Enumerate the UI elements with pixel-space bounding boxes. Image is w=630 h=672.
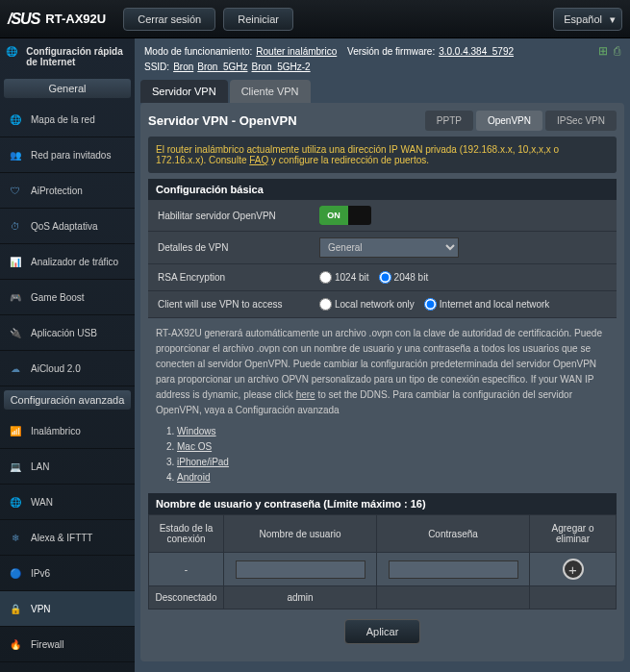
description: RT-AX92U generará automáticamente un arc…	[148, 318, 617, 493]
access-label: Client will use VPN to access	[148, 291, 312, 317]
info-bar: Modo de funcionamiento: Router inalámbri…	[140, 42, 624, 60]
chart-icon: 📊	[6, 252, 25, 271]
cloud-icon: ☁	[6, 359, 25, 378]
row1-action	[530, 586, 617, 610]
main-content: Modo de funcionamiento: Router inalámbri…	[135, 38, 630, 672]
th-action: Agregar o eliminar	[530, 515, 617, 553]
ssid-2[interactable]: Bron_5GHz	[197, 62, 247, 72]
row-vpn-details: Detalles de VPN General	[148, 232, 617, 264]
nav-wireless[interactable]: 📶Inalámbrico	[0, 413, 135, 449]
os-link-windows[interactable]: Windows	[177, 424, 609, 439]
enable-openvpn-toggle[interactable]: ON	[319, 206, 371, 225]
th-user: Nombre de usuario	[224, 515, 377, 553]
brand-logo: /SUS	[8, 11, 39, 28]
aimesh-status-icon[interactable]: ⊞	[598, 44, 608, 58]
row-access: Client will use VPN to access Local netw…	[148, 291, 617, 318]
nav-game-boost[interactable]: 🎮Game Boost	[0, 280, 135, 315]
row-rsa: RSA Encryption 1024 bit 2048 bit	[148, 264, 617, 291]
mode-label: Modo de funcionamiento:	[144, 46, 252, 57]
map-icon: 🌐	[6, 110, 25, 129]
nav-guest-network[interactable]: 👥Red para invitados	[0, 137, 135, 173]
ssid-bar: SSID: Bron Bron_5GHz Bron_5GHz-2	[140, 60, 624, 74]
usb-status-icon[interactable]: ⎙	[614, 44, 620, 58]
model-name: RT-AX92U	[45, 12, 106, 26]
rsa-label: RSA Encryption	[148, 264, 312, 290]
nav-admin[interactable]: ⚙Administración	[0, 662, 135, 672]
panel-title: Servidor VPN - OpenVPN	[148, 113, 297, 128]
proto-openvpn[interactable]: OpenVPN	[476, 111, 542, 131]
wan-ip-notice: El router inalámbrico actualmente utiliz…	[148, 137, 617, 173]
top-bar: /SUS RT-AX92U Cerrar sesión Reiniciar Es…	[0, 0, 630, 38]
table-row: Desconectado admin	[149, 586, 617, 610]
fw-link[interactable]: 3.0.0.4.384_5792	[439, 46, 514, 57]
proto-pptp[interactable]: PPTP	[425, 111, 473, 131]
apply-button[interactable]: Aplicar	[344, 619, 421, 644]
nav-lan[interactable]: 💻LAN	[0, 449, 135, 485]
firewall-icon: 🔥	[6, 635, 25, 654]
rsa-1024-radio[interactable]: 1024 bit	[319, 271, 369, 284]
nav-aicloud[interactable]: ☁AiCloud 2.0	[0, 351, 135, 386]
faq-link[interactable]: FAQ	[249, 155, 268, 165]
vpn-tabs: Servidor VPN Cliente VPN	[140, 80, 624, 103]
vpn-details-select[interactable]: General	[319, 237, 459, 258]
enable-openvpn-label: Habilitar servidor OpenVPN	[148, 203, 312, 229]
qis-button[interactable]: 🌐 Configuración rápida de Internet	[0, 38, 135, 75]
nav-traffic-analyzer[interactable]: 📊Analizador de tráfico	[0, 244, 135, 280]
os-link-iphone[interactable]: iPhone/iPad	[177, 455, 609, 470]
tab-vpn-client[interactable]: Cliente VPN	[230, 80, 311, 103]
input-row-state: -	[149, 553, 224, 586]
nav-aiprotection[interactable]: 🛡AiProtection	[0, 173, 135, 209]
row1-state: Desconectado	[149, 586, 224, 610]
protocol-tabs: PPTP OpenVPN IPSec VPN	[422, 111, 617, 131]
os-link-android[interactable]: Android	[177, 470, 609, 485]
ssid-label: SSID:	[144, 62, 169, 72]
gauge-icon: ⏱	[6, 216, 25, 236]
rsa-2048-radio[interactable]: 2048 bit	[379, 271, 429, 284]
vpn-icon: 🔒	[6, 599, 25, 618]
row-enable-openvpn: Habilitar servidor OpenVPN ON	[148, 200, 617, 232]
add-user-button[interactable]: +	[563, 559, 584, 580]
password-input[interactable]	[389, 560, 518, 579]
logout-button[interactable]: Cerrar sesión	[123, 8, 215, 31]
mode-link[interactable]: Router inalámbrico	[256, 46, 337, 57]
qis-label: Configuración rápida de Internet	[26, 46, 129, 67]
ssid-3[interactable]: Bron_5GHz-2	[252, 62, 311, 72]
nav-ipv6[interactable]: 🔵IPv6	[0, 556, 135, 591]
os-link-macos[interactable]: Mac OS	[177, 439, 609, 455]
reboot-button[interactable]: Reiniciar	[223, 8, 293, 31]
nav-alexa-ifttt[interactable]: ❄Alexa & IFTTT	[0, 520, 135, 556]
nav-vpn[interactable]: 🔒VPN	[0, 591, 135, 627]
gamepad-icon: 🎮	[6, 287, 25, 307]
nav-usb-app[interactable]: 🔌Aplicación USB	[0, 315, 135, 351]
lan-icon: 💻	[6, 457, 25, 476]
usb-icon: 🔌	[6, 323, 25, 342]
section-general: General	[4, 79, 131, 98]
wifi-icon: 📶	[6, 421, 25, 440]
ipv6-icon: 🔵	[6, 563, 25, 583]
users-table-title: Nombre de usuario y contraseña (Límite m…	[148, 493, 617, 514]
table-row-input: - +	[149, 553, 617, 586]
shield-icon: 🛡	[6, 181, 25, 200]
nav-firewall[interactable]: 🔥Firewall	[0, 627, 135, 662]
guest-icon: 👥	[6, 145, 25, 164]
alexa-icon: ❄	[6, 528, 25, 547]
language-select[interactable]: Español	[553, 8, 622, 31]
nav-adaptive-qos[interactable]: ⏱QoS Adaptativa	[0, 209, 135, 244]
th-pass: Contraseña	[377, 515, 530, 553]
section-advanced: Configuración avanzada	[4, 390, 131, 410]
proto-ipsec[interactable]: IPSec VPN	[545, 111, 617, 131]
fw-label: Versión de firmware:	[347, 46, 435, 57]
access-local-radio[interactable]: Local network only	[319, 298, 415, 311]
ddns-here-link[interactable]: here	[296, 389, 315, 400]
users-table: Estado de la conexión Nombre de usuario …	[148, 514, 617, 610]
access-both-radio[interactable]: Internet and local network	[424, 298, 550, 311]
nav-wan[interactable]: 🌐WAN	[0, 485, 135, 520]
th-state: Estado de la conexión	[149, 515, 224, 553]
username-input[interactable]	[236, 560, 365, 579]
tab-vpn-server[interactable]: Servidor VPN	[140, 80, 228, 103]
basic-config-title: Configuración básica	[148, 179, 617, 200]
ssid-1[interactable]: Bron	[173, 62, 193, 72]
nav-network-map[interactable]: 🌐Mapa de la red	[0, 102, 135, 137]
row1-user: admin	[224, 586, 377, 610]
vpn-details-label: Detalles de VPN	[148, 235, 312, 261]
